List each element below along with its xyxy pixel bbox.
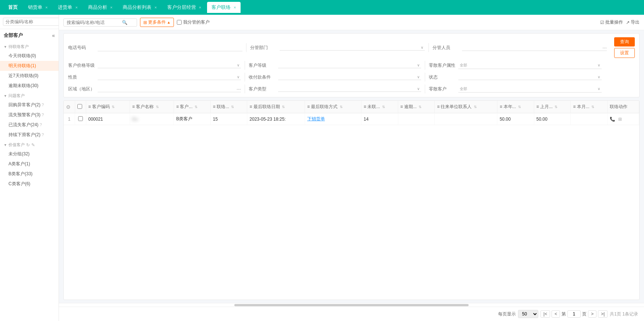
dept-select[interactable]: ∨ [280,45,424,51]
export-button[interactable]: ↗ 导出 [626,19,640,25]
table-row: 1 000021 Ea B类客户 15 2023-05-23 18:25: 下销… [64,113,639,125]
close-customer-contact-icon[interactable]: × [234,5,236,10]
row-no: 1 [64,113,75,125]
customer-type-select[interactable]: ∨ [278,86,421,92]
column-settings-icon[interactable]: ⚙ [66,104,71,110]
search-input[interactable] [67,20,122,25]
nav-customer-contact[interactable]: 客户联络 × [207,2,240,13]
horizontal-scrollbar[interactable] [59,303,644,307]
person-more-icon[interactable]: ··· [602,45,607,51]
nav-goods-analysis[interactable]: 商品分析 × [84,2,117,13]
sidebar-search-input[interactable] [3,18,59,26]
col-action: 联络动作 [607,101,639,113]
dept-label: 分管部门 [250,45,280,51]
sidebar-item-ungrouped[interactable]: 未分组(32) [0,149,59,159]
scrollbar-thumb[interactable] [234,304,468,306]
page-text: 第 [561,311,566,317]
retail-customer-select[interactable]: 全部∨ [458,86,602,93]
sidebar-all-customers[interactable]: 全部客户 « [0,29,59,42]
filter-dept: 分管部门 ∨ [250,45,424,51]
sidebar-item-declining[interactable]: 持续下滑客户(2) ? [0,130,59,140]
nav-purchase[interactable]: 进货单 × [53,2,82,13]
col-checkbox[interactable] [75,101,86,113]
sidebar-section-value: 价值客户 ↻ ✎ [0,140,59,149]
retail-attr-label: 零散客户属性 [429,62,458,69]
col-last-date: ≡ 最后联络日期 ⇅ [247,101,305,113]
next-page-button[interactable]: > [588,310,596,318]
col-type: ≡ 客户... ⇅ [174,101,211,113]
sidebar-item-churn-warning[interactable]: 流失预警客户(3) ? [0,110,59,120]
sidebar-item-tomorrow[interactable]: 明天待联络(1) [0,61,59,71]
sort-code-icon[interactable]: ⇅ [112,105,115,109]
sort-last-month-icon[interactable]: ⇅ [554,105,557,109]
filter-customer-grade: 客户等级 ∨ [249,62,421,69]
status-label: 状态 [429,74,458,80]
retail-customer-label: 零散客户 [429,86,458,92]
filter-status: 状态 ∨ [429,74,602,80]
sort-contact-icon[interactable]: ⇅ [231,105,234,109]
filter-row-4: 区域（地区） ··· 客户类型 ∨ 零散客户 全部∨ [68,84,635,93]
my-customers-checkbox[interactable] [177,20,182,25]
first-page-button[interactable]: |< [540,310,550,318]
batch-ops-button[interactable]: ☑ 批量操作 [600,19,623,25]
setting-button[interactable]: 设置 [614,48,635,58]
phone-input[interactable] [98,44,242,51]
action-phone-icon[interactable]: 📞 [610,117,615,122]
nav-home[interactable]: 首页 [4,2,22,13]
sidebar-collapse-icon[interactable]: « [52,32,55,38]
sort-type-icon[interactable]: ⇅ [195,105,197,109]
sidebar-item-repurchase-abnormal[interactable]: 回购异常客户(2) ? [0,100,59,110]
region-more-icon[interactable]: ··· [237,86,241,92]
price-grade-select[interactable]: ∨ [98,62,241,68]
row-checkbox[interactable] [78,116,83,121]
my-customers-label[interactable]: 我分管的客户 [177,19,210,25]
sort-month-icon[interactable]: ⇅ [591,105,594,109]
nav-customer-tier[interactable]: 客户分层经营 × [163,2,206,13]
edit-value-icon[interactable]: ✎ [31,142,35,148]
refresh-value-icon[interactable]: ↻ [26,142,30,148]
search-submit-icon[interactable]: 🔍 [122,20,127,25]
payment-select[interactable]: ∨ [278,74,421,80]
row-overdue [398,113,435,125]
filter-row-2: 客户价格等级 ∨ 客户等级 ∨ 零散客户属性 全部∨ [68,61,635,70]
nature-select[interactable]: ∨ [98,74,241,80]
sort-overdue-icon[interactable]: ⇅ [419,105,421,109]
action-grid-icon[interactable]: ⊞ [618,117,622,122]
query-button[interactable]: 查询 [614,37,635,46]
close-purchase-icon[interactable]: × [75,5,77,10]
retail-attr-select[interactable]: 全部∨ [458,62,602,69]
close-goods-list-icon[interactable]: × [154,5,157,10]
close-sales-icon[interactable]: × [45,5,48,10]
more-conditions-button[interactable]: ⊞ 更多条件 ▲ [140,18,174,27]
sort-date-icon[interactable]: ⇅ [282,105,285,109]
status-select[interactable]: ∨ [458,74,602,80]
page-size-select[interactable]: 50 20 100 [518,310,538,318]
page-number-input[interactable] [567,310,581,318]
col-current-month: ≡ 本月... ⇅ [571,101,608,113]
nav-sales[interactable]: 销货单 × [24,2,52,13]
sidebar-item-churned[interactable]: 已流失客户(24) ? [0,120,59,130]
sidebar-item-a-class[interactable]: A类客户(1) [0,159,59,169]
customer-grade-select[interactable]: ∨ [278,62,421,68]
sidebar-item-c-class[interactable]: C类客户(6) [0,179,59,189]
toolbar-right: ☑ 批量操作 ↗ 导出 [600,19,640,25]
sort-last-type-icon[interactable]: ⇅ [340,105,343,109]
prev-page-button[interactable]: < [552,310,560,318]
last-contact-link[interactable]: 下销货单 [307,116,325,121]
sidebar-item-7days[interactable]: 近7天待联络(0) [0,71,59,81]
sort-person-icon[interactable]: ⇅ [474,105,477,109]
col-last-month: ≡ 上月... ⇅ [534,101,571,113]
sort-name-icon[interactable]: ⇅ [156,105,159,109]
nav-goods-analysis-list[interactable]: 商品分析列表 × [118,2,161,13]
sort-uncontact-icon[interactable]: ⇅ [382,105,385,109]
close-customer-tier-icon[interactable]: × [199,5,201,10]
sidebar-item-overdue[interactable]: 逾期未联络(30) [0,81,59,91]
last-page-button[interactable]: >| [598,310,608,318]
sort-year-icon[interactable]: ⇅ [518,105,521,109]
sidebar-item-today[interactable]: 今天待联络(0) [0,51,59,61]
toolbar: 🔍 ⊞ 更多条件 ▲ 我分管的客户 ☑ 批量操作 ↗ 导出 [59,15,644,30]
table-area: ⚙ ≡ 客户编码 ⇅ ≡ 客户名称 ⇅ ≡ 客户... ⇅ [63,100,640,300]
sidebar-item-b-class[interactable]: B类客户(33) [0,169,59,179]
select-all-checkbox[interactable] [77,104,82,109]
close-goods-analysis-icon[interactable]: × [110,5,112,10]
